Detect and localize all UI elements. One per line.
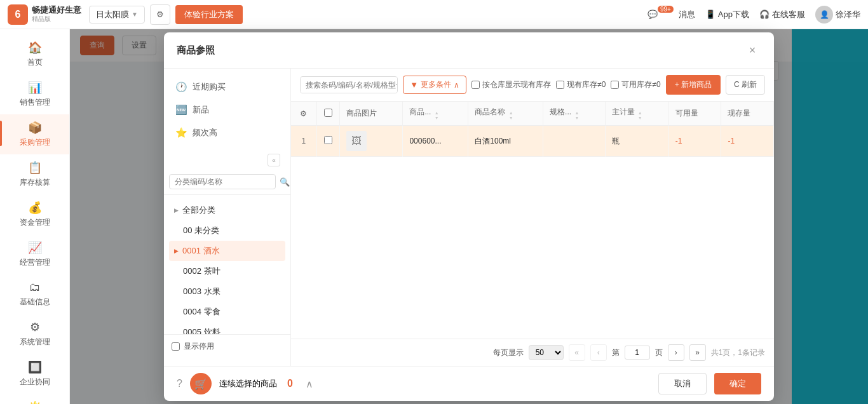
product-search-input[interactable] — [301, 77, 398, 93]
sidebar-item-label: 资金管理 — [20, 217, 50, 228]
stock-checkbox[interactable] — [556, 81, 564, 89]
sidebar-item-home[interactable]: 🏠 首页 — [0, 34, 69, 74]
phone-icon: 📱 — [705, 10, 715, 19]
category-label: 0005 饮料 — [174, 327, 220, 334]
td-stock: -1 — [721, 126, 774, 157]
sidebar-item-system[interactable]: ⚙ 系统管理 — [0, 314, 69, 354]
page-number-input[interactable] — [625, 346, 650, 360]
sidebar-item-label: 企业协同 — [20, 377, 50, 387]
modal-body: 🕐 近期购买 🆕 新品 ⭐ 频次高 — [164, 69, 774, 366]
app-download-button[interactable]: 📱 App下载 — [705, 9, 749, 20]
checkbox-stock[interactable]: 现有库存≠0 — [556, 79, 606, 90]
category-0001[interactable]: ▶ 0001 酒水 — [169, 241, 285, 261]
nav-label: 新品 — [193, 104, 209, 116]
service-button[interactable]: 🎧 在线客服 — [759, 9, 805, 20]
sidebar-item-basic[interactable]: 🗂 基础信息 — [0, 274, 69, 314]
home-icon: 🏠 — [28, 41, 42, 55]
gear-button[interactable]: ⚙ — [150, 4, 170, 25]
refresh-button[interactable]: C 刷新 — [726, 75, 765, 95]
td-spec — [543, 126, 605, 157]
category-search-icon[interactable]: 🔍 — [280, 177, 290, 187]
first-page-button[interactable]: « — [569, 344, 585, 361]
category-search-input[interactable] — [169, 174, 276, 189]
select-all-checkbox[interactable] — [324, 109, 332, 117]
th-spec: 规格... ▲▼ — [543, 102, 605, 126]
category-0004[interactable]: 0004 零食 — [169, 302, 285, 322]
total-info: 共1页，1条记录 — [711, 347, 765, 358]
th-available: 可用量 — [668, 102, 721, 126]
topbar: 6 畅捷通好生意 精品版 日太阳膜 ▼ ⚙ 体验行业方案 💬 99+ 消息 📱 … — [0, 0, 868, 29]
help-icon[interactable]: ? — [177, 378, 182, 389]
content-area: 查询 设置 × ⤢ 刷新 商品参照 × — [70, 29, 868, 404]
toolbar-right: + 新增商品 C 刷新 — [666, 75, 765, 95]
enterprise-icon: 🔲 — [28, 360, 42, 374]
operations-icon: 📈 — [28, 241, 42, 255]
category-all[interactable]: ▶ 全部分类 — [169, 200, 285, 220]
footer-buttons: 取消 确定 — [658, 373, 761, 394]
nav-recent-purchase[interactable]: 🕐 近期购买 — [169, 76, 285, 98]
category-0005[interactable]: 0005 饮料 — [169, 322, 285, 334]
category-list: ▶ 全部分类 00 未分类 ▶ 0001 酒水 0002 茶 — [164, 195, 290, 334]
category-search-row: 🔍 — [164, 174, 290, 195]
sidebar-item-enterprise[interactable]: 🔲 企业协同 — [0, 354, 69, 394]
nav-frequent[interactable]: ⭐ 频次高 — [169, 122, 285, 144]
table-header-row: ⚙ 商品图片 商品... ▲▼ 商品名称 — [291, 102, 774, 126]
page-size-select[interactable]: 50 10 20 100 — [529, 345, 564, 360]
next-page-button[interactable]: › — [668, 344, 684, 361]
trial-button[interactable]: 体验行业方案 — [175, 5, 243, 24]
last-page-button[interactable]: » — [689, 344, 706, 361]
star-icon: ⭐ — [175, 127, 187, 138]
prev-page-button[interactable]: ‹ — [590, 344, 607, 361]
category-00[interactable]: 00 未分类 — [169, 220, 285, 241]
show-disabled-checkbox[interactable] — [172, 342, 180, 351]
td-available: -1 — [668, 126, 721, 157]
nav-selected-label: 日太阳膜 — [96, 9, 129, 20]
stock-label: 现有库存≠0 — [567, 79, 606, 90]
modal-right-panel: 🔍 ▼ 更多条件 ∧ 按仓库显示现有库存 — [291, 69, 774, 366]
confirm-button[interactable]: 确定 — [714, 373, 761, 394]
gear-icon: ⚙ — [156, 10, 164, 19]
checkbox-warehouse[interactable]: 按仓库显示现有库存 — [471, 79, 551, 90]
warehouse-checkbox[interactable] — [471, 81, 480, 89]
category-label: 全部分类 — [182, 205, 215, 216]
sidebar-item-guide[interactable]: 🌟 新手引导 — [0, 394, 69, 404]
headset-icon: 🎧 — [759, 10, 770, 19]
category-0003[interactable]: 0003 水果 — [169, 281, 285, 302]
page-suffix-label: 页 — [655, 347, 663, 358]
td-image: 🖼 — [339, 126, 403, 157]
messages-button[interactable]: 💬 99+ 消息 — [648, 9, 695, 20]
category-0002[interactable]: 0002 茶叶 — [169, 261, 285, 281]
table-row[interactable]: 1 🖼 — [291, 126, 774, 157]
messages-label: 消息 — [679, 9, 695, 20]
th-select — [316, 102, 339, 126]
sidebar-item-sales[interactable]: 📊 销售管理 — [0, 74, 69, 114]
filter-up-icon: ∧ — [454, 81, 459, 90]
sidebar-item-finance[interactable]: 💰 资金管理 — [0, 194, 69, 234]
cancel-button[interactable]: 取消 — [658, 373, 707, 394]
modal-close-button[interactable]: × — [743, 41, 761, 59]
available-checkbox[interactable] — [611, 81, 619, 89]
collapse-footer-icon[interactable]: ∧ — [306, 378, 313, 390]
messages-badge: 99+ — [658, 6, 674, 13]
nav-new-products[interactable]: 🆕 新品 — [169, 99, 285, 121]
topbar-right: 💬 99+ 消息 📱 App下载 🎧 在线客服 👤 徐泽华 — [648, 6, 860, 24]
add-product-button[interactable]: + 新增商品 — [666, 75, 721, 95]
row-checkbox[interactable] — [324, 136, 332, 144]
product-reference-modal: 商品参照 × 🕐 近期购买 — [164, 32, 774, 401]
logo-area: 6 畅捷通好生意 精品版 — [8, 4, 81, 25]
quick-nav: 🕐 近期购买 🆕 新品 ⭐ 频次高 — [164, 76, 290, 144]
service-label: 在线客服 — [772, 9, 805, 20]
checkbox-available[interactable]: 可用库存≠0 — [611, 79, 660, 90]
selected-count: 0 — [287, 378, 293, 389]
collapse-left-button[interactable]: « — [268, 154, 280, 166]
user-profile[interactable]: 👤 徐泽华 — [815, 6, 860, 24]
category-label: 0004 零食 — [174, 306, 220, 318]
nav-dropdown[interactable]: 日太阳膜 ▼ — [89, 6, 145, 24]
pagination: 每页显示 50 10 20 100 « ‹ 第 页 — [291, 339, 774, 366]
sidebar-item-operations[interactable]: 📈 经营管理 — [0, 234, 69, 274]
sidebar-item-purchase[interactable]: 📦 采购管理 — [0, 114, 69, 154]
sidebar-item-label: 库存核算 — [20, 177, 50, 188]
sidebar-item-inventory[interactable]: 📋 库存核算 — [0, 154, 69, 194]
cart-button[interactable]: 🛒 — [190, 373, 212, 394]
filter-button[interactable]: ▼ 更多条件 ∧ — [403, 76, 466, 94]
